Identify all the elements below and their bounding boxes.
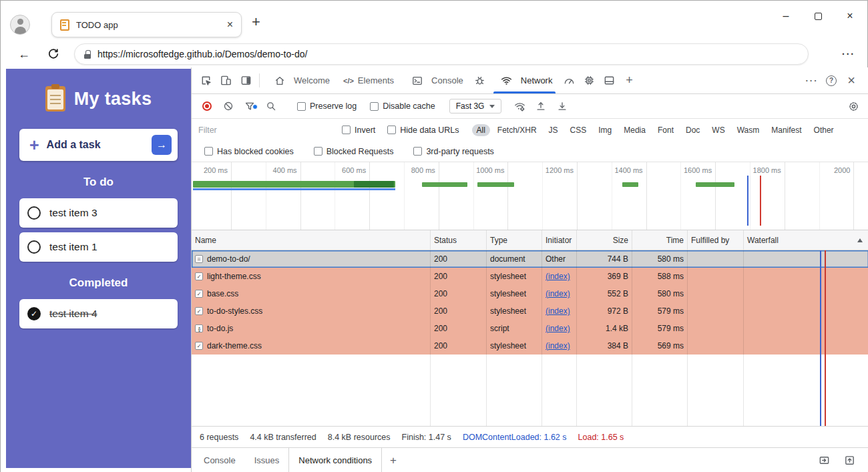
browser-tab[interactable]: TODO app × [51,12,242,37]
minimize-button[interactable]: – [770,2,802,30]
request-row[interactable]: demo-to-do/ 200 document Other 744 B 580… [192,250,868,268]
dock-drawer-icon[interactable] [814,455,834,466]
maximize-button[interactable] [802,2,834,30]
clipboard-line [50,95,61,96]
focus-page-icon[interactable] [236,67,256,93]
filter-pill-other[interactable]: Other [809,124,839,136]
add-panel-icon[interactable]: + [619,67,639,93]
dock-layout-icon[interactable] [599,67,619,93]
filter-funnel-icon[interactable] [240,101,260,111]
script-file-icon [195,324,203,332]
filter-pill-css[interactable]: CSS [566,124,592,136]
checkbox-box [297,102,306,111]
back-button[interactable]: ← [14,47,34,61]
initiator-link[interactable]: (index) [546,306,570,316]
initiator-link[interactable]: (index) [546,272,570,281]
inspect-element-icon[interactable] [196,67,216,93]
add-task-button[interactable]: + Add a task → [19,129,178,161]
tab-elements[interactable]: </> Elements [337,67,401,93]
column-header-time[interactable]: Time [632,230,688,250]
blocked-requests-checkbox[interactable]: Blocked Requests [314,147,394,156]
address-bar[interactable]: https://microsoftedge.github.io/Demos/de… [74,43,809,65]
close-window-button[interactable]: × [834,2,866,30]
browser-window: TODO app × + – × ← https://microsoftedge… [0,0,868,472]
filter-pill-manifest[interactable]: Manifest [767,124,806,136]
column-header-initiator[interactable]: Initiator [542,230,577,250]
filter-pill-wasm[interactable]: Wasm [732,124,765,136]
task-checkbox[interactable] [27,240,41,254]
task-item-completed[interactable]: ✓ test item 4 [19,299,178,328]
profile-avatar[interactable] [10,15,30,35]
tab-console[interactable]: Console [401,67,470,93]
export-har-icon[interactable] [552,101,572,111]
performance-icon[interactable] [559,67,579,93]
expand-drawer-icon[interactable] [839,455,859,466]
filter-input[interactable] [198,126,329,135]
network-conditions-icon[interactable] [509,101,529,112]
tab-label: Welcome [294,75,330,85]
drawer-tab-issues[interactable]: Issues [245,448,289,472]
disable-cache-checkbox[interactable]: Disable cache [370,101,435,111]
checkbox-box [342,126,351,134]
help-icon[interactable]: ? [826,75,837,86]
tab-network[interactable]: Network [490,67,560,93]
column-header-status[interactable]: Status [431,230,487,250]
filter-pill-font[interactable]: Font [653,124,678,136]
browser-menu-icon[interactable]: ··· [842,49,855,59]
request-row[interactable]: to-do-styles.css 200 stylesheet (index) … [192,302,868,320]
third-party-requests-checkbox[interactable]: 3rd-party requests [413,147,493,156]
more-tools-icon[interactable]: ··· [802,75,822,85]
preserve-log-checkbox[interactable]: Preserve log [297,101,357,111]
task-item[interactable]: test item 1 [19,232,178,262]
column-header-fulfilled-by[interactable]: Fulfilled by [688,230,744,250]
invert-checkbox[interactable]: Invert [342,126,375,135]
close-devtools-icon[interactable]: × [841,73,862,88]
tab-close-icon[interactable]: × [227,19,233,31]
request-row[interactable]: to-do.js 200 script (index) 1.4 kB 579 m… [192,320,868,337]
request-row[interactable]: light-theme.css 200 stylesheet (index) 3… [192,268,868,285]
device-emulation-icon[interactable] [216,67,236,93]
hide-data-urls-checkbox[interactable]: Hide data URLs [387,126,459,135]
task-checkbox-checked[interactable]: ✓ [27,307,41,320]
overview-activity-bar [422,182,467,187]
initiator-link[interactable]: (index) [546,341,570,350]
import-har-icon[interactable] [531,101,551,111]
filter-pill-js[interactable]: JS [544,124,563,136]
new-tab-button[interactable]: + [252,15,260,29]
has-blocked-cookies-checkbox[interactable]: Has blocked cookies [204,147,294,156]
throttling-select[interactable]: Fast 3G [449,99,502,113]
initiator-cell: (index) [542,268,577,285]
network-overview[interactable]: 200 ms400 ms600 ms800 ms1000 ms1200 ms14… [192,162,868,230]
filter-pill-doc[interactable]: Doc [681,124,704,136]
submit-task-button[interactable]: → [152,135,172,155]
task-checkbox[interactable] [27,206,41,220]
filter-pill-all[interactable]: All [472,124,490,136]
column-header-name[interactable]: Name [192,230,431,250]
record-button[interactable] [202,101,212,111]
filter-pill-media[interactable]: Media [619,124,650,136]
column-header-size[interactable]: Size [577,230,632,250]
search-icon[interactable] [261,101,281,111]
filter-pill-ws[interactable]: WS [707,124,729,136]
filter-pill-fetch-xhr[interactable]: Fetch/XHR [493,124,541,136]
add-drawer-tab-button[interactable]: + [382,454,405,467]
ruler-tick-label: 1000 ms [476,166,504,174]
column-header-waterfall[interactable]: Waterfall [744,230,868,250]
tab-welcome[interactable]: Welcome [263,67,337,93]
bug-icon[interactable] [470,67,490,93]
network-settings-gear-icon[interactable] [843,101,863,112]
request-name: light-theme.css [207,272,261,281]
clear-icon[interactable] [218,101,238,111]
request-row[interactable]: dark-theme.css 200 stylesheet (index) 38… [192,337,868,355]
refresh-button[interactable] [43,48,63,60]
column-header-type[interactable]: Type [487,230,542,250]
drawer-tab-network-conditions[interactable]: Network conditions [288,448,382,472]
initiator-link[interactable]: (index) [546,324,570,333]
memory-icon[interactable] [579,67,599,93]
ruler-tick-label: 800 ms [411,166,435,174]
task-item[interactable]: test item 3 [19,198,178,228]
initiator-link[interactable]: (index) [546,289,570,298]
request-row[interactable]: base.css 200 stylesheet (index) 552 B 58… [192,285,868,302]
filter-pill-img[interactable]: Img [594,124,616,136]
drawer-tab-console[interactable]: Console [194,448,245,472]
